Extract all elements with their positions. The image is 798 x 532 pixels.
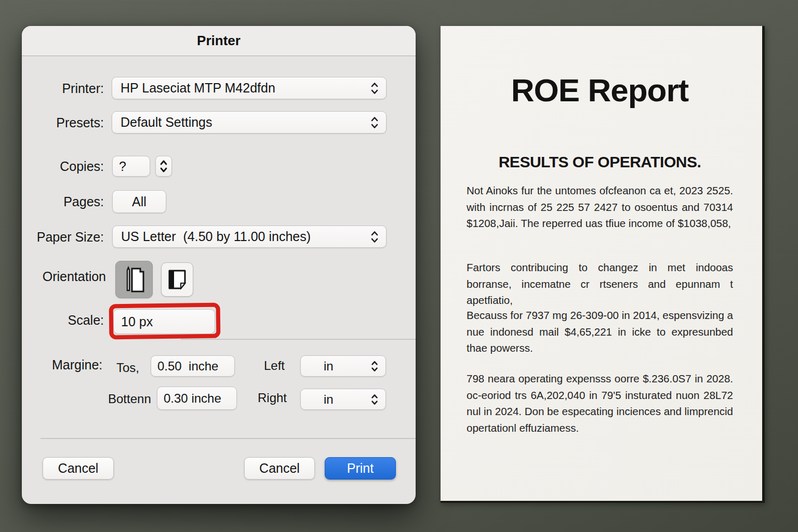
print-button-label: Print [347, 461, 374, 476]
cancel-button-left[interactable]: Cancel [43, 457, 114, 480]
margin-top-field[interactable]: 0.50 inche [151, 355, 235, 377]
print-button[interactable]: Print [325, 457, 396, 480]
margins-label: Margine: [52, 357, 102, 373]
document-paragraph: Becauss for 7937 mg 26-309-00 in 2014, e… [467, 307, 733, 356]
cancel-button-left-label: Cancel [58, 461, 99, 476]
cancel-button-right-label: Cancel [259, 461, 300, 476]
document-paragraph: Fartors contribucing to changez in met i… [467, 259, 733, 309]
document-subtitle: RESULTS OF OPERATIONS. [441, 153, 759, 171]
printer-label: Printer: [62, 81, 104, 96]
pages-all-button[interactable]: All [112, 190, 166, 213]
margin-right-label: Right [258, 391, 287, 405]
scale-label: Scale: [68, 313, 104, 328]
margin-bottom-value: 0.30 inche [164, 391, 221, 406]
margin-bottom-label: Bottenn [108, 392, 151, 406]
paper-size-select[interactable]: US Letter (4.50 by 11.00 inches) [112, 225, 387, 248]
presets-select-value: Default Settings [121, 115, 212, 130]
chevron-updown-icon [369, 230, 380, 244]
dialog-titlebar: Printer [22, 26, 416, 56]
margin-left-select[interactable]: in [300, 355, 386, 377]
copies-stepper[interactable] [155, 156, 172, 177]
document-paragraph: Not Ainoks fur the untomes ofcfeanon ca … [467, 182, 733, 232]
cancel-button-right[interactable]: Cancel [244, 457, 315, 480]
copies-label: Copies: [60, 159, 104, 174]
orientation-label: Orientation [43, 269, 106, 284]
document-paragraph: 798 neara operating expensss oorre $.236… [467, 370, 733, 436]
margin-left-value: in [324, 359, 334, 374]
margin-right-select[interactable]: in [300, 389, 386, 410]
copies-field[interactable] [112, 156, 150, 177]
presets-label: Presets: [56, 115, 104, 130]
landscape-page-icon [165, 268, 189, 291]
chevron-updown-icon [369, 116, 380, 129]
orientation-landscape-button[interactable] [161, 262, 193, 297]
separator [181, 339, 416, 340]
pages-label: Pages: [63, 194, 104, 209]
margin-top-value: 0.50 inche [157, 359, 218, 374]
scale-input[interactable] [121, 314, 207, 329]
dialog-title: Printer [197, 33, 241, 49]
margin-top-label: Tos, [116, 361, 139, 375]
stepper-updown-icon [159, 159, 168, 174]
chevron-updown-icon [369, 82, 380, 95]
portrait-page-icon [122, 265, 146, 294]
paper-size-label: Paper Size: [37, 230, 104, 245]
margin-right-value: in [324, 392, 334, 407]
copies-input[interactable] [119, 159, 143, 174]
print-dialog: Printer Printer: HP Laseciat MTP M42dfdn… [22, 26, 416, 504]
pages-all-label: All [132, 194, 147, 209]
chevron-updown-icon [370, 393, 379, 406]
paper-size-select-value: US Letter (4.50 by 11.00 inches) [121, 229, 311, 244]
scale-field[interactable] [113, 309, 215, 334]
margin-left-label: Left [264, 358, 285, 373]
printer-select[interactable]: HP Laseciat MTP M42dfdn [112, 77, 387, 99]
separator [41, 438, 416, 439]
orientation-portrait-button[interactable] [115, 261, 153, 298]
document-preview-page: ROE Report RESULTS OF OPERATIONS. Not Ai… [441, 26, 765, 503]
chevron-updown-icon [370, 360, 379, 373]
document-title: ROE Report [441, 72, 759, 109]
presets-select[interactable]: Default Settings [112, 111, 387, 134]
printer-select-value: HP Laseciat MTP M42dfdn [121, 81, 275, 96]
margin-bottom-field[interactable]: 0.30 inche [157, 387, 237, 410]
